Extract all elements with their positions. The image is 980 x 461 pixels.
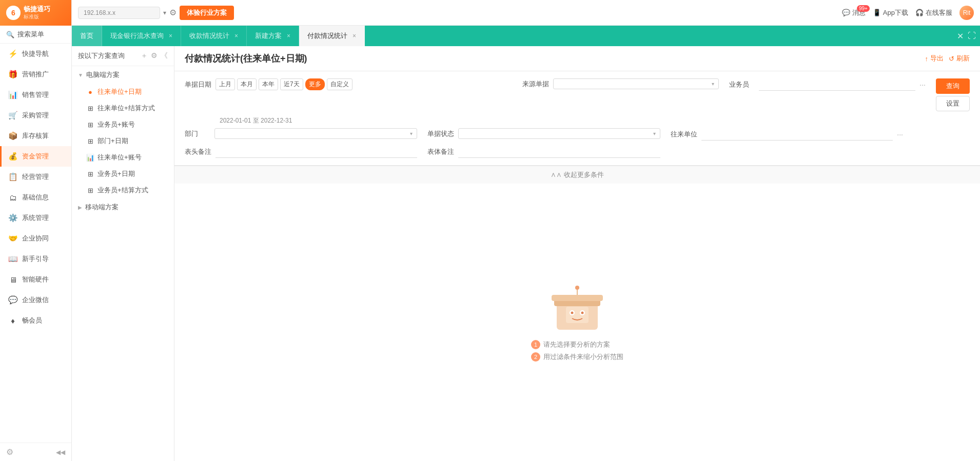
sidebar-item-guide[interactable]: 📖 新手引导	[0, 249, 71, 269]
sidebar-item-enterprise[interactable]: 🤝 企业协同	[0, 228, 71, 249]
scheme-item-salesperson-date[interactable]: ⊞ 业务员+日期	[72, 166, 174, 182]
expand-tabs-icon[interactable]: ⛶	[968, 31, 976, 41]
sidebar-item-funds[interactable]: 💰 资金管理	[0, 146, 71, 167]
filter-row-1: 单据日期 上月 本月 本年 近7天 更多 自定义 来源单据	[185, 78, 970, 111]
mobile-scheme-section: ▶ 移动端方案	[72, 198, 174, 216]
body-note-input[interactable]	[458, 146, 660, 158]
svg-point-6	[571, 311, 574, 314]
salesperson-dots-btn[interactable]: ···	[919, 81, 926, 89]
add-scheme-btn[interactable]: ＋	[141, 51, 148, 61]
scheme-item-salesperson-account[interactable]: ⊞ 业务员+账号	[72, 116, 174, 133]
svg-point-9	[575, 286, 579, 290]
tab-bank-flow-label: 现金银行流水查询	[110, 31, 164, 41]
messages-badge: 99+	[857, 5, 870, 12]
partner-dots-btn[interactable]: ···	[897, 130, 903, 138]
topbar-left: 192.168.x.x ▾ ⚙ 体验行业方案	[78, 6, 838, 20]
sidebar-item-inventory[interactable]: 📦 库存核算	[0, 126, 71, 146]
scheme-item-partner-account[interactable]: 📊 往来单位+账号	[72, 149, 174, 166]
scheme-settings-btn[interactable]: ⚙	[151, 51, 158, 61]
date-btn-this-year[interactable]: 本年	[259, 78, 278, 90]
date-label: 单据日期	[185, 80, 211, 89]
sidebar-item-purchase[interactable]: 🛒 采购管理	[0, 105, 71, 126]
search-menu[interactable]: 🔍 搜索菜单	[0, 26, 71, 44]
sidebar-item-operations[interactable]: 📋 经营管理	[0, 167, 71, 187]
scheme-item-dept-date[interactable]: ⊞ 部门+日期	[72, 133, 174, 149]
scheme-item-partner-settlement[interactable]: ⊞ 往来单位+结算方式	[72, 100, 174, 116]
export-btn[interactable]: ↑ 导出	[925, 54, 944, 63]
header-note-input[interactable]	[215, 146, 417, 158]
sidebar-bottom: ⚙ ◀◀	[0, 443, 71, 461]
tab-home[interactable]: 首页	[72, 26, 102, 46]
date-btn-last-month[interactable]: 上月	[215, 78, 235, 90]
sidebar-item-system[interactable]: ⚙️ 系统管理	[0, 208, 71, 228]
sidebar-item-quick-nav[interactable]: ⚡ 快捷导航	[0, 44, 71, 64]
scheme-item-partner-date[interactable]: ● 往来单位+日期	[72, 84, 174, 100]
refresh-btn[interactable]: ↺ 刷新	[949, 54, 970, 63]
filter-action-btns: 查询 设置	[936, 78, 970, 111]
scheme-item-salesperson-settlement[interactable]: ⊞ 业务员+结算方式	[72, 182, 174, 198]
collapse-panel-btn[interactable]: 《	[161, 51, 168, 61]
app-download-btn[interactable]: 📱 App下载	[873, 8, 908, 17]
query-btn[interactable]: 查询	[936, 78, 970, 94]
mobile-scheme-section-title[interactable]: ▶ 移动端方案	[72, 198, 174, 216]
sidebar-item-wechat[interactable]: 💬 企业微信	[0, 290, 71, 310]
empty-illustration	[546, 284, 608, 335]
address-dropdown-icon[interactable]: ▾	[163, 9, 166, 16]
user-avatar[interactable]: Rit	[959, 6, 974, 20]
sidebar-item-marketing[interactable]: 🎁 营销推广	[0, 64, 71, 85]
pc-scheme-section-title[interactable]: ▼ 电脑端方案	[72, 66, 174, 84]
partner-input[interactable]	[701, 128, 893, 141]
trial-btn[interactable]: 体验行业方案	[180, 6, 234, 20]
sidebar: 6 畅捷通巧 标准版 🔍 搜索菜单 ⚡ 快捷导航 🎁 营销推广 📊 销售管理 🛒…	[0, 0, 72, 461]
date-btn-custom[interactable]: 自定义	[327, 78, 352, 90]
scheme-item-partner-date-icon: ●	[86, 88, 94, 96]
collapse-icon: ∧∧	[551, 171, 562, 178]
topbar: 192.168.x.x ▾ ⚙ 体验行业方案 💬 消息 99+ 📱 App下载 …	[72, 0, 980, 26]
empty-msg-1: 1 请先选择要分析的方案	[531, 340, 623, 349]
tab-payment-stats2-close[interactable]: ×	[352, 32, 356, 39]
salesperson-input[interactable]	[759, 78, 915, 91]
tab-bank-flow-close[interactable]: ×	[169, 32, 172, 39]
dept-dropdown-icon: ▾	[410, 131, 413, 136]
online-service-label: 在线客服	[926, 8, 952, 17]
date-btn-7days[interactable]: 近7天	[280, 78, 303, 90]
scheme-item-partner-account-icon: 📊	[86, 153, 94, 162]
topbar-right: 💬 消息 99+ 📱 App下载 🎧 在线客服 Rit	[842, 6, 974, 20]
collapse-sidebar-icon[interactable]: ◀◀	[56, 449, 65, 456]
sidebar-item-basic-info[interactable]: 🗂 基础信息	[0, 187, 71, 208]
header-note-label: 表头备注	[185, 147, 211, 156]
date-btn-more[interactable]: 更多	[305, 78, 325, 90]
tab-bank-flow[interactable]: 现金银行流水查询 ×	[102, 26, 181, 46]
dept-label: 部门	[185, 129, 210, 138]
pc-section-label: 电脑端方案	[86, 70, 120, 79]
collapse-filter-btn[interactable]: ∧∧ 收起更多条件	[174, 166, 980, 184]
settings-bottom-icon[interactable]: ⚙	[6, 447, 13, 457]
close-all-tabs-icon[interactable]: ✕	[957, 31, 964, 41]
svg-rect-3	[566, 307, 589, 323]
svg-rect-2	[552, 295, 603, 301]
topbar-settings-icon[interactable]: ⚙	[169, 8, 177, 17]
wechat-icon: 💬	[8, 295, 18, 305]
date-btns: 上月 本月 本年 近7天 更多 自定义	[215, 78, 352, 90]
logo-text: 畅捷通巧	[24, 5, 50, 13]
source-select[interactable]: ▾	[553, 78, 719, 89]
tab-payment-stats2-label: 付款情况统计	[307, 31, 347, 41]
sidebar-item-vip[interactable]: ♦ 畅会员	[0, 310, 71, 331]
status-select[interactable]: ▾	[458, 128, 660, 139]
filter-area: 单据日期 上月 本月 本年 近7天 更多 自定义 来源单据	[174, 71, 980, 166]
sidebar-item-sales[interactable]: 📊 销售管理	[0, 85, 71, 105]
tab-home-label: 首页	[80, 31, 93, 41]
sidebar-item-hardware[interactable]: 🖥 智能硬件	[0, 269, 71, 290]
tab-new-scheme-label: 新建方案	[255, 31, 282, 41]
tab-payment-stats2[interactable]: 付款情况统计 ×	[299, 26, 365, 46]
tab-new-scheme[interactable]: 新建方案 ×	[247, 26, 299, 46]
search-icon: 🔍	[6, 31, 14, 38]
date-btn-this-month[interactable]: 本月	[237, 78, 257, 90]
online-service-btn[interactable]: 🎧 在线客服	[915, 8, 952, 17]
tab-payment-stats-close[interactable]: ×	[234, 32, 238, 39]
filter-settings-btn[interactable]: 设置	[936, 96, 970, 111]
messages-btn[interactable]: 💬 消息 99+	[842, 8, 866, 17]
tab-payment-stats[interactable]: 收款情况统计 ×	[181, 26, 247, 46]
tab-new-scheme-close[interactable]: ×	[287, 32, 290, 39]
dept-select[interactable]: ▾	[214, 128, 417, 139]
